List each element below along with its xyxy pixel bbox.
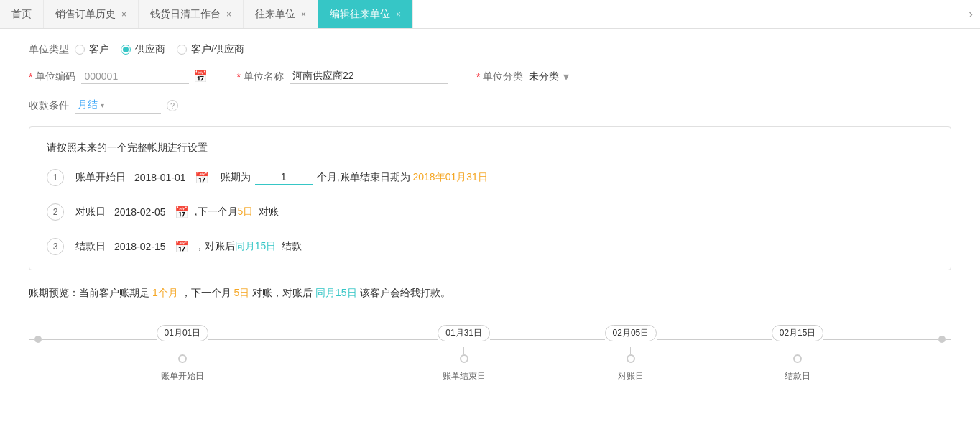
radio-circle-customer: [75, 45, 85, 55]
code-label: 单位编码: [35, 70, 75, 83]
timeline-label-3: 对账日: [618, 370, 644, 382]
period-date-3: 2018-02-15: [114, 241, 166, 252]
period-suffix-1: 个月,账单结束日期为: [317, 171, 410, 184]
period-end-date: 2018年01月31日: [413, 171, 488, 184]
payment-label: 收款条件: [29, 99, 69, 112]
radio-circle-supplier: [121, 45, 131, 55]
timeline-badge-3: 02月05日: [605, 325, 657, 341]
period-row-1: 1 账单开始日 2018-01-01 📅 账期为 个月,账单结束日期为 2018…: [47, 169, 933, 186]
timeline-label-4: 结款日: [785, 370, 810, 382]
name-label: 单位名称: [244, 70, 284, 83]
payment-arrow-icon[interactable]: ▾: [101, 101, 104, 109]
section-title: 请按照未来的一个完整帐期进行设置: [47, 142, 933, 155]
preview-mid2: 对账，对账后: [252, 287, 313, 298]
period-row-3: 3 结款日 2018-02-15 📅 ，对账后 同月15日 结款: [47, 238, 933, 255]
preview-text: 账期预览：当前客户账期是 1个月 ，下一个月 5日 对账，对账后 同月15日 该…: [29, 285, 951, 300]
timeline-dot-4: [793, 354, 802, 363]
period-cal-1[interactable]: 📅: [195, 171, 209, 185]
close-tab-partner[interactable]: ×: [301, 9, 306, 19]
tab-bar: 首页 销售订单历史 × 钱货日清工作台 × 往来单位 × 编辑往来单位 × ›: [0, 0, 980, 29]
close-tab-edit-partner[interactable]: ×: [396, 9, 401, 19]
timeline-badge-2: 01月31日: [438, 325, 490, 341]
period-cal-2[interactable]: 📅: [175, 206, 189, 219]
payment-select[interactable]: 月结 ▾: [75, 97, 161, 114]
code-calendar-icon[interactable]: 📅: [193, 70, 208, 83]
tab-edit-partner[interactable]: 编辑往来单位 ×: [318, 0, 413, 28]
radio-circle-both: [177, 45, 187, 55]
tab-home[interactable]: 首页: [0, 0, 44, 28]
timeline-point-4: 02月15日 结款日: [772, 325, 824, 382]
period-label-1: 账单开始日: [75, 171, 126, 184]
period-desc-prefix-3: ，对账后: [195, 240, 235, 253]
timeline-label-1: 账单开始日: [161, 370, 204, 382]
radio-both[interactable]: 客户/供应商: [177, 43, 244, 56]
classify-arrow-icon[interactable]: ▾: [563, 70, 569, 83]
timeline-dot-1: [178, 354, 187, 363]
payment-help-icon[interactable]: ?: [167, 100, 178, 111]
timeline-start-dot: [34, 336, 42, 343]
timeline-point-2: 01月31日 账单结束日: [438, 325, 490, 382]
timeline: 01月01日 账单开始日 01月31日 账单结束日 02月05日 对账日 02月…: [29, 318, 951, 404]
payment-row: 收款条件 月结 ▾ ?: [29, 97, 951, 114]
period-prefix-1: 账期为: [221, 171, 251, 184]
code-group: * 单位编码 📅: [29, 69, 208, 84]
name-input[interactable]: [290, 69, 448, 84]
timeline-end-dot: [938, 336, 946, 343]
preview-prefix: 账期预览：当前客户账期是: [29, 287, 149, 298]
period-label-2: 对账日: [75, 206, 106, 218]
radio-supplier[interactable]: 供应商: [121, 43, 165, 56]
name-group: * 单位名称: [236, 69, 447, 84]
period-date-1: 2018-01-01: [134, 172, 186, 183]
timeline-dot-3: [627, 354, 635, 363]
timeline-badge-1: 01月01日: [157, 325, 209, 341]
preview-suffix: 该客户会给我打款。: [360, 287, 450, 298]
period-row-2: 2 对账日 2018-02-05 📅 ,下一个月 5日 对账: [47, 203, 933, 221]
payment-value: 月结: [78, 98, 98, 111]
preview-date1: 5日: [234, 287, 249, 298]
main-content: 单位类型 客户 供应商 客户/供应商 * 单位编码 📅 *: [0, 29, 980, 437]
close-tab-sales[interactable]: ×: [121, 9, 126, 19]
period-num-2: 2: [47, 203, 64, 221]
period-cal-3[interactable]: 📅: [175, 240, 189, 254]
tab-sales-history[interactable]: 销售订单历史 ×: [44, 0, 139, 28]
period-desc-prefix-2: ,下一个月: [195, 206, 238, 218]
classify-label: 单位分类: [483, 70, 523, 83]
period-highlight-2: 5日: [238, 206, 254, 218]
period-month-input[interactable]: [255, 170, 313, 185]
period-desc-suffix-2: 对账: [259, 206, 279, 218]
close-tab-cash[interactable]: ×: [226, 9, 231, 19]
preview-month: 1个月: [152, 287, 178, 298]
classify-value: 未分类: [529, 70, 559, 83]
classify-group: * 单位分类 未分类 ▾: [476, 70, 629, 83]
tab-cash-work[interactable]: 钱货日清工作台 ×: [139, 0, 244, 28]
timeline-badge-4: 02月15日: [772, 325, 824, 341]
period-desc-suffix-3: 结款: [282, 240, 302, 253]
period-section: 请按照未来的一个完整帐期进行设置 1 账单开始日 2018-01-01 📅 账期…: [29, 126, 951, 270]
period-highlight-3: 同月15日: [235, 240, 277, 253]
unit-type-radio-group: 客户 供应商 客户/供应商: [75, 43, 244, 56]
code-input[interactable]: [81, 69, 189, 84]
period-num-3: 3: [47, 238, 64, 255]
timeline-dot-2: [460, 354, 468, 363]
unit-type-row: 单位类型 客户 供应商 客户/供应商: [29, 43, 951, 56]
timeline-label-2: 账单结束日: [443, 370, 486, 382]
timeline-point-1: 01月01日 账单开始日: [157, 325, 209, 382]
preview-date2: 同月15日: [315, 287, 357, 298]
timeline-point-3: 02月05日 对账日: [605, 325, 657, 382]
classify-select[interactable]: 未分类 ▾: [529, 70, 629, 83]
unit-type-label: 单位类型: [29, 43, 69, 56]
period-num-1: 1: [47, 169, 64, 186]
period-label-3: 结款日: [75, 240, 106, 253]
tab-more-button[interactable]: ›: [961, 0, 980, 28]
preview-mid: ，下一个月: [181, 287, 231, 298]
tab-partner[interactable]: 往来单位 ×: [244, 0, 318, 28]
radio-customer[interactable]: 客户: [75, 43, 109, 56]
code-name-row: * 单位编码 📅 * 单位名称 * 单位分类 未分类 ▾: [29, 69, 951, 84]
period-date-2: 2018-02-05: [114, 206, 166, 218]
